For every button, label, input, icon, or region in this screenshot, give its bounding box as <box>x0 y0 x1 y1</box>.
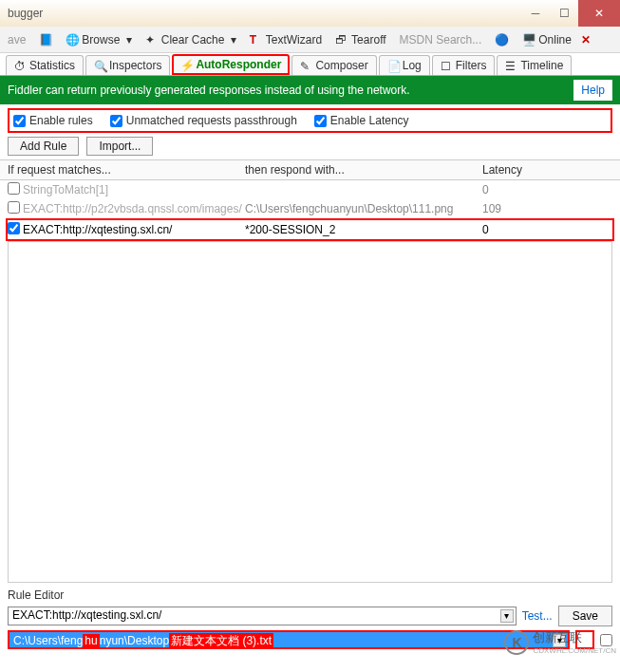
chevron-down-icon[interactable]: ▾ <box>500 609 514 623</box>
tearoff-icon: 🗗 <box>335 33 348 47</box>
watermark-logo-icon: K <box>504 630 529 655</box>
clear-cache-icon: ✦ <box>145 33 159 47</box>
options-bar: Enable rules Unmatched requests passthro… <box>8 108 612 133</box>
row-checkbox[interactable] <box>8 182 20 195</box>
main-toolbar: ave 📘 🌐Browse ▾ ✦Clear Cache ▾ TTextWiza… <box>0 27 620 53</box>
table-row[interactable]: EXACT:http://p2r2vbsda.qnssl.com/images/… <box>0 199 620 218</box>
rules-list-area[interactable] <box>8 241 612 583</box>
compose-icon: ✎ <box>300 60 311 71</box>
tab-filters[interactable]: ☐Filters <box>432 55 496 75</box>
title-bar: bugger ─ ☐ ✕ <box>0 0 620 27</box>
help-link[interactable]: Help <box>573 80 612 101</box>
match-editor-row: EXACT:http://xqtesting.sxl.cn/ ▾ Test...… <box>0 604 620 628</box>
row-checkbox[interactable] <box>8 222 20 234</box>
header-latency[interactable]: Latency <box>482 163 558 177</box>
header-match[interactable]: If request matches... <box>8 163 245 177</box>
tearoff-tool[interactable]: 🗗Tearoff <box>331 31 389 48</box>
maximize-button[interactable]: ☐ <box>550 0 578 27</box>
enable-rules-checkbox[interactable]: Enable rules <box>13 114 93 127</box>
tab-autoresponder[interactable]: ⚡AutoResponder <box>172 54 290 75</box>
tab-composer[interactable]: ✎Composer <box>291 55 376 75</box>
enable-latency-checkbox[interactable]: Enable Latency <box>314 114 409 127</box>
add-rule-button[interactable]: Add Rule <box>8 137 79 156</box>
window-controls: ─ ☐ ✕ <box>521 0 620 27</box>
close-toolbar-icon[interactable]: ✕ <box>581 33 591 47</box>
textwizard-tool[interactable]: TTextWizard <box>246 31 326 48</box>
rules-table-header: If request matches... then respond with.… <box>0 159 620 180</box>
lightning-icon: ⚡ <box>180 59 192 70</box>
respond-combobox[interactable]: C:\Users\fenghunyun\Desktop新建文本文档 (3).tx… <box>8 630 570 649</box>
watermark: K 创新互联 CDXWHL.COM/NET/CN <box>504 629 616 655</box>
timeline-icon: ☰ <box>505 60 517 71</box>
match-combobox[interactable]: EXACT:http://xqtesting.sxl.cn/ ▾ <box>8 607 517 625</box>
row-checkbox[interactable] <box>8 201 20 214</box>
tab-log[interactable]: 📄Log <box>379 55 430 75</box>
online-icon: 🖥️ <box>522 33 535 47</box>
tab-inspectors[interactable]: 🔍Inspectors <box>85 55 170 75</box>
tabs-row: ⏱Statistics 🔍Inspectors ⚡AutoResponder ✎… <box>0 53 620 76</box>
filter-icon: ☐ <box>441 60 452 71</box>
log-icon: 📄 <box>387 60 399 71</box>
header-respond[interactable]: then respond with... <box>245 163 482 177</box>
tab-statistics[interactable]: ⏱Statistics <box>6 55 84 75</box>
browse-tool[interactable]: 🌐Browse ▾ <box>62 31 135 48</box>
textwizard-icon: T <box>250 33 263 47</box>
close-window-button[interactable]: ✕ <box>578 0 620 27</box>
info-bar: Fiddler can return previously generated … <box>0 76 620 104</box>
import-button[interactable]: Import... <box>86 137 153 156</box>
table-row[interactable]: StringToMatch[1] 0 <box>0 180 620 199</box>
save-tool[interactable]: ave <box>4 31 29 48</box>
clock-icon: ⏱ <box>14 60 26 71</box>
search-box[interactable]: MSDN Search... <box>396 33 486 47</box>
book-icon[interactable]: 📘 <box>35 31 56 48</box>
rule-editor-label: Rule Editor <box>0 587 620 604</box>
clear-cache-tool[interactable]: ✦Clear Cache ▾ <box>141 31 240 48</box>
info-text: Fiddler can return previously generated … <box>8 84 410 97</box>
test-link[interactable]: Test... <box>522 609 553 623</box>
inspect-icon: 🔍 <box>94 60 105 71</box>
table-row-selected[interactable]: EXACT:http://xqtesting.sxl.cn/ *200-SESS… <box>6 218 614 241</box>
window-title: bugger <box>8 7 43 20</box>
globe-icon: 🌐 <box>66 33 79 47</box>
minimize-button[interactable]: ─ <box>521 0 550 27</box>
help-icon[interactable]: 🔵 <box>491 31 513 48</box>
tab-timeline[interactable]: ☰Timeline <box>497 55 572 75</box>
button-row: Add Rule Import... <box>0 135 620 159</box>
online-tool[interactable]: 🖥️Online <box>518 31 575 48</box>
save-button[interactable]: Save <box>558 606 612 626</box>
unmatched-passthrough-checkbox[interactable]: Unmatched requests passthrough <box>110 114 297 127</box>
